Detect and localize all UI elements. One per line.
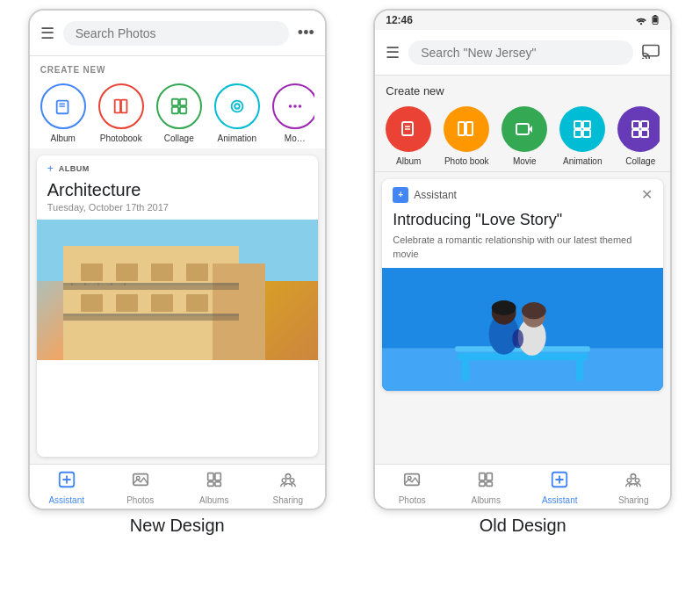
- assistant-card-icon: +: [393, 187, 408, 203]
- svg-rect-23: [81, 294, 103, 312]
- assistant-card[interactable]: + Assistant ✕ Introducing "Love Story" C…: [382, 179, 663, 391]
- photobook-icon: [98, 83, 144, 129]
- svg-rect-25: [151, 294, 173, 312]
- album-label: Album: [51, 134, 76, 143]
- assistant-nav-icon: [57, 470, 76, 494]
- old-create-animation[interactable]: Animation: [559, 106, 605, 166]
- assistant-nav-label: Assistant: [48, 495, 84, 505]
- album-tag: ALBUM: [59, 164, 90, 173]
- create-more[interactable]: Mo…: [272, 83, 314, 143]
- svg-rect-21: [151, 264, 173, 281]
- svg-rect-17: [63, 285, 239, 290]
- main-container: ☰ ••• CREATE NEW: [0, 0, 700, 545]
- old-search-input[interactable]: [408, 40, 633, 65]
- svg-point-46: [640, 23, 642, 25]
- svg-rect-39: [207, 473, 213, 480]
- more-label: Mo…: [285, 134, 306, 143]
- svg-rect-59: [574, 121, 581, 128]
- create-collage[interactable]: Collage: [156, 83, 202, 143]
- old-nav-photos[interactable]: Photos: [375, 470, 449, 505]
- close-button[interactable]: ✕: [641, 186, 653, 203]
- old-hamburger-icon[interactable]: ☰: [386, 43, 400, 62]
- svg-rect-61: [574, 130, 581, 137]
- more-icon[interactable]: •••: [298, 24, 314, 42]
- nav-assistant[interactable]: Assistant: [30, 470, 104, 505]
- album-photo: [37, 220, 318, 360]
- sharing-nav-icon: [278, 470, 298, 494]
- old-album-label: Album: [396, 156, 421, 166]
- svg-rect-64: [641, 121, 648, 128]
- photos-nav-icon: [131, 470, 150, 494]
- more-create-icon: [272, 83, 314, 129]
- svg-point-12: [293, 105, 297, 108]
- animation-label: Animation: [218, 134, 256, 143]
- svg-rect-5: [172, 99, 178, 105]
- create-album[interactable]: Album: [40, 83, 86, 143]
- svg-rect-83: [487, 473, 492, 480]
- svg-rect-40: [215, 473, 220, 480]
- svg-rect-3: [114, 100, 119, 113]
- old-sharing-nav-label: Sharing: [618, 495, 648, 505]
- svg-rect-55: [458, 122, 465, 135]
- animation-icon: [214, 83, 260, 129]
- svg-rect-71: [576, 357, 584, 381]
- album-card[interactable]: + ALBUM Architecture Tuesday, October 17…: [37, 155, 318, 457]
- old-sharing-nav-icon: [624, 470, 643, 494]
- new-design-bottom-nav: Assistant Photos: [30, 464, 325, 509]
- old-create-movie[interactable]: Movie: [502, 106, 547, 166]
- svg-rect-49: [653, 18, 658, 23]
- svg-rect-62: [583, 130, 590, 137]
- nav-photos[interactable]: Photos: [104, 470, 177, 505]
- svg-rect-6: [180, 99, 186, 105]
- search-input[interactable]: [63, 21, 289, 46]
- album-icon: [40, 83, 86, 129]
- cast-icon[interactable]: [642, 43, 660, 62]
- nav-sharing[interactable]: Sharing: [251, 470, 325, 505]
- svg-rect-69: [458, 353, 588, 361]
- battery-icon: [651, 15, 660, 25]
- svg-rect-85: [487, 482, 492, 487]
- nav-albums[interactable]: Albums: [177, 470, 251, 505]
- new-design-create-new: CREATE NEW Album: [30, 56, 325, 148]
- svg-rect-8: [180, 107, 186, 113]
- albums-nav-label: Albums: [199, 495, 228, 505]
- old-album-icon: [386, 106, 431, 152]
- old-nav-albums[interactable]: Albums: [449, 470, 523, 505]
- assistant-card-title: Introducing "Love Story": [382, 210, 663, 234]
- old-nav-assistant[interactable]: Assistant: [523, 470, 596, 505]
- svg-rect-19: [81, 264, 103, 281]
- album-title: Architecture: [37, 180, 318, 202]
- assistant-card-header: + Assistant ✕: [382, 179, 663, 210]
- create-photobook[interactable]: Photobook: [98, 83, 144, 143]
- svg-rect-4: [121, 100, 126, 113]
- svg-rect-16: [213, 264, 265, 360]
- svg-rect-0: [56, 101, 68, 114]
- old-create-album[interactable]: Album: [386, 106, 431, 166]
- status-bar: 12:46: [375, 11, 670, 30]
- old-create-collage[interactable]: Collage: [617, 106, 660, 166]
- old-design-topbar: ☰: [375, 30, 670, 76]
- create-animation[interactable]: Animation: [214, 83, 260, 143]
- svg-rect-48: [654, 15, 657, 17]
- svg-rect-63: [632, 121, 639, 128]
- love-story-image: [382, 268, 663, 391]
- hamburger-icon[interactable]: ☰: [40, 24, 54, 43]
- old-create-new-items: Album Photo book: [386, 106, 660, 166]
- collage-icon: [156, 83, 202, 129]
- old-movie-icon: [502, 106, 547, 152]
- old-animation-label: Animation: [563, 156, 602, 166]
- old-photobook-label: Photo book: [444, 156, 489, 166]
- svg-point-10: [235, 104, 240, 109]
- svg-point-13: [298, 105, 301, 108]
- old-create-photobook[interactable]: Photo book: [444, 106, 489, 166]
- album-plus-icon: +: [47, 162, 54, 175]
- svg-point-75: [492, 300, 516, 315]
- create-new-items: Album Photobook: [40, 83, 314, 143]
- old-design-create-new: Create new Album: [375, 76, 670, 172]
- svg-point-90: [627, 479, 631, 483]
- old-nav-sharing[interactable]: Sharing: [596, 470, 670, 505]
- old-assistant-nav-label: Assistant: [542, 495, 578, 505]
- old-photobook-icon: [444, 106, 489, 152]
- album-date: Tuesday, October 17th 2017: [37, 202, 318, 220]
- status-icons: [635, 15, 660, 25]
